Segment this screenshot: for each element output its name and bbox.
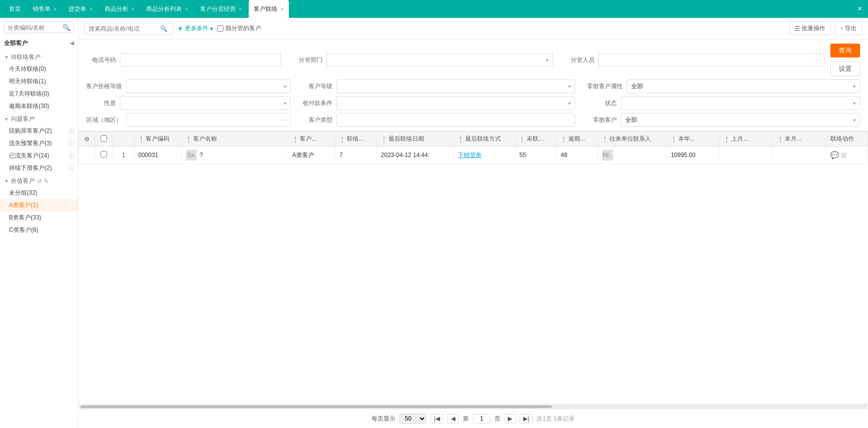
sidebar-item-repurchase[interactable]: 回购异常客户(2) ⓘ <box>0 125 78 137</box>
nav-tab-4[interactable]: 客户分层经营 × <box>195 0 247 18</box>
sidebar-item-overdue[interactable]: 逾期未联络(30) <box>0 100 78 112</box>
nav-tab-2-close[interactable]: × <box>131 6 134 12</box>
field-manager-select[interactable]: ··· <box>598 53 824 67</box>
cell-action[interactable]: 💬 ⊞ <box>826 147 868 164</box>
field-phone-input[interactable] <box>120 53 281 67</box>
nav-tab-5-label: 客户联络 <box>254 5 277 13</box>
th-year[interactable]: ⋮本年... <box>666 132 719 147</box>
th-code-label: 客户编码 <box>146 135 169 143</box>
nav-tab-2[interactable]: 商品分析 × <box>100 0 139 18</box>
page-size-select[interactable]: 50 20 100 <box>399 413 427 424</box>
nav-tab-5-close[interactable]: × <box>280 6 283 12</box>
scrollbar-thumb[interactable] <box>80 405 552 408</box>
next-page-button[interactable]: ▶ <box>504 414 516 424</box>
nav-tab-1-close[interactable]: × <box>89 6 92 12</box>
th-unit[interactable]: ⋮往来单位联系人 <box>598 132 667 147</box>
field-scatter-customer-select[interactable]: 全部 ▾ <box>621 113 860 127</box>
field-customer-type-label: 客户类型 <box>303 116 332 124</box>
field-scatter-attr-select[interactable]: 全部 ▾ <box>627 79 860 93</box>
nav-tab-3[interactable]: 商品分析列表 × <box>141 0 193 18</box>
th-last-month-sort: ⋮ <box>724 136 730 143</box>
window-close-button[interactable]: × <box>856 2 864 15</box>
data-table-area: ⚙ ⋮客户编码 ⋮客户名称 ⋮客户... <box>78 131 868 404</box>
select-all-checkbox[interactable] <box>101 135 107 142</box>
sidebar-item-b-class[interactable]: B类客户(33) <box>0 212 78 224</box>
action-chat-icon[interactable]: 💬 <box>830 151 839 159</box>
sidebar-item-declining-label: 持续下滑客户(2) <box>9 164 52 172</box>
first-page-button[interactable]: |◀ <box>431 414 443 424</box>
my-customers-checkbox[interactable] <box>217 25 223 32</box>
scatter-attr-arrow: ▾ <box>853 84 856 89</box>
nav-home[interactable]: 首页 <box>4 0 26 18</box>
sidebar-item-tomorrow[interactable]: 明天待联络(1) <box>0 75 78 88</box>
th-this-month[interactable]: ⋮本月... <box>773 132 826 147</box>
nav-tab-4-close[interactable]: × <box>239 6 242 12</box>
query-button[interactable]: 查询 <box>830 44 860 57</box>
scrollbar-track[interactable] <box>80 405 866 408</box>
sidebar-search-box[interactable]: 🔍 <box>4 22 74 33</box>
th-name[interactable]: ⋮客户名称 <box>181 132 288 147</box>
sidebar-item-7days[interactable]: 近7天待联络(0) <box>0 88 78 100</box>
sidebar-group-pending[interactable]: ▼ 待联络客户 <box>0 51 78 63</box>
nav-tab-3-close[interactable]: × <box>185 6 188 12</box>
value-group-refresh-icon[interactable]: ↺ <box>37 178 42 185</box>
cell-last-way[interactable]: 下销货单 <box>454 147 515 164</box>
sidebar-item-churned[interactable]: 已流失客户(24) ⓘ <box>0 150 78 162</box>
my-customers-checkbox-group[interactable]: 我分管的客户 <box>217 24 261 33</box>
last-way-link[interactable]: 下销货单 <box>458 152 482 159</box>
sidebar-item-churn-warn[interactable]: 流失预警客户(3) ⓘ <box>0 137 78 150</box>
action-more-icon[interactable]: ⊞ <box>841 151 847 159</box>
export-button[interactable]: ↑ 导出 <box>835 22 862 35</box>
field-customer-level-select[interactable]: ▾ <box>336 79 576 93</box>
field-payment-select[interactable]: ▾ <box>336 96 576 110</box>
last-page-button[interactable]: ▶| <box>520 414 533 424</box>
sidebar-item-today-label: 今天待联络(0) <box>9 65 46 73</box>
query-btn-group: 查询 设置 <box>830 44 860 76</box>
settings-button[interactable]: 设置 <box>830 61 860 76</box>
sidebar-all-customers[interactable]: 全部客户 ◀ <box>0 36 78 51</box>
nav-tab-0-close[interactable]: × <box>54 6 56 12</box>
field-status-select[interactable]: ▾ <box>621 96 860 110</box>
th-overdue[interactable]: ⋮逾期... <box>556 132 598 147</box>
th-checkbox[interactable] <box>95 132 113 147</box>
batch-op-button[interactable]: ☰ 批量操作 <box>789 22 831 35</box>
nav-tab-1[interactable]: 进货单 × <box>63 0 97 18</box>
sidebar-item-ungrouped[interactable]: 未分组(32) <box>0 187 78 199</box>
nav-tab-5[interactable]: 客户联络 × <box>249 0 288 18</box>
th-last-date[interactable]: ⋮最后联络日期 <box>377 132 453 147</box>
sidebar-group-problem[interactable]: ▼ 问题客户 <box>0 112 78 125</box>
more-filters-btn[interactable]: ▼ 更多条件 ▾ <box>177 24 213 33</box>
th-contact[interactable]: ⋮联络... <box>335 132 377 147</box>
group-label-problem: 问题客户 <box>11 115 35 123</box>
sidebar-item-7days-label: 近7天待联络(0) <box>9 90 49 98</box>
field-customer-type-input[interactable] <box>336 113 576 127</box>
th-last-month[interactable]: ⋮上月... <box>720 132 773 147</box>
sidebar-search-input[interactable] <box>7 24 60 31</box>
page-number-input[interactable] <box>473 414 490 424</box>
th-uncontact[interactable]: ⋮未联... <box>515 132 557 147</box>
th-settings[interactable]: ⚙ <box>79 132 95 147</box>
row-checkbox[interactable] <box>101 151 107 158</box>
sidebar-item-today[interactable]: 今天待联络(0) <box>0 63 78 75</box>
th-code[interactable]: ⋮客户编码 <box>134 132 182 147</box>
th-type[interactable]: ⋮客户... <box>288 132 335 147</box>
prev-page-button[interactable]: ◀ <box>447 414 459 424</box>
field-price-level-select[interactable]: ▾ <box>126 79 291 93</box>
filter-search-icon: 🔍 <box>160 25 167 32</box>
sidebar-group-value[interactable]: ▼ 价值客户 ↺ ✎ <box>0 174 78 187</box>
value-group-edit-icon[interactable]: ✎ <box>44 178 49 185</box>
sidebar-item-a-class[interactable]: A类客户(1) <box>0 199 78 212</box>
nav-tab-0[interactable]: 销售单 × <box>28 0 61 18</box>
field-region-select[interactable]: ··· <box>126 113 291 127</box>
sidebar-item-c-class[interactable]: C类客户(6) <box>0 224 78 236</box>
field-nature-select[interactable]: ▾ <box>120 96 291 110</box>
sidebar-item-declining[interactable]: 持续下滑客户(2) ⓘ <box>0 162 78 174</box>
th-last-way[interactable]: ⋮最后联络方式 <box>454 132 515 147</box>
filter-search-input[interactable] <box>89 25 158 32</box>
adv-filter-row-1: 电话号码 分管部门 ▾ 分管人员 ··· <box>86 44 860 76</box>
cell-checkbox[interactable] <box>95 147 113 164</box>
horizontal-scrollbar[interactable] <box>78 404 868 409</box>
filter-search-box[interactable]: 🔍 <box>84 23 173 35</box>
cell-contact: 7 <box>335 147 377 164</box>
field-dept-select[interactable]: ▾ <box>326 53 552 67</box>
